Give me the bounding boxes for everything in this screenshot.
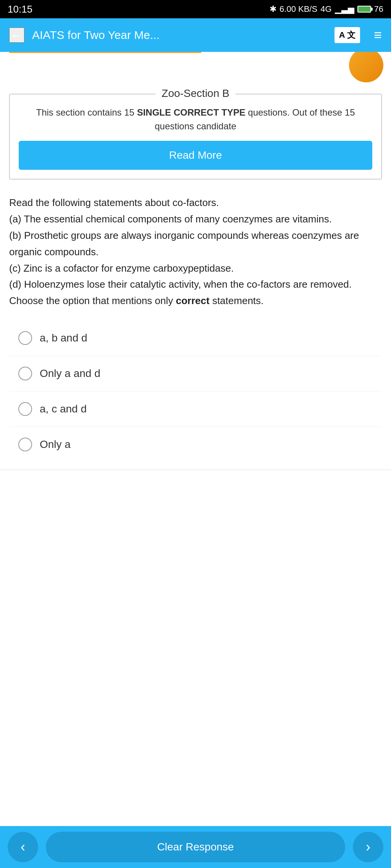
radio-option-b[interactable]: [18, 367, 32, 380]
status-time: 10:15: [8, 3, 32, 15]
bluetooth-icon: ✱: [270, 4, 276, 14]
option-item[interactable]: Only a: [9, 427, 382, 462]
section-description: This section contains 15 SINGLE CORRECT …: [19, 106, 372, 133]
option-item[interactable]: a, c and d: [9, 391, 382, 427]
section-box: Zoo-Section B This section contains 15 S…: [9, 94, 382, 179]
radio-option-d[interactable]: [18, 438, 32, 451]
battery-level: 76: [374, 4, 383, 14]
translate-button[interactable]: A 文: [334, 27, 360, 43]
logo-circle: [349, 52, 383, 82]
option-c-label: a, c and d: [40, 403, 87, 415]
back-button[interactable]: ←: [9, 27, 24, 43]
option-item[interactable]: a, b and d: [9, 320, 382, 356]
bottom-nav: ‹ Clear Response ›: [0, 826, 391, 868]
option-b-label: Only a and d: [40, 367, 100, 380]
section-title: Zoo-Section B: [162, 87, 229, 99]
question-area: Read the following statements about co-f…: [0, 187, 391, 470]
signal-icon: ▁▃▅: [335, 4, 354, 14]
radio-option-a[interactable]: [18, 331, 32, 345]
app-header: ← AIATS for Two Year Me... A 文 ≡: [0, 18, 391, 52]
menu-button[interactable]: ≡: [374, 27, 382, 43]
read-more-button[interactable]: Read More: [19, 141, 372, 170]
question-text: Read the following statements about co-f…: [9, 195, 382, 309]
next-button[interactable]: ›: [353, 832, 383, 862]
top-image-area: [0, 52, 391, 82]
header-title: AIATS for Two Year Me...: [32, 29, 327, 42]
radio-option-c[interactable]: [18, 402, 32, 416]
clear-response-button[interactable]: Clear Response: [46, 832, 345, 862]
section-title-wrapper: Zoo-Section B: [155, 87, 235, 100]
network-speed: 6.00 KB/S: [280, 4, 317, 14]
option-d-label: Only a: [40, 438, 71, 451]
option-item[interactable]: Only a and d: [9, 356, 382, 391]
network-type: 4G: [320, 4, 331, 14]
prev-button[interactable]: ‹: [8, 832, 38, 862]
status-right: ✱ 6.00 KB/S 4G ▁▃▅ 76: [270, 4, 383, 14]
option-a-label: a, b and d: [40, 332, 87, 344]
battery-icon: [357, 6, 371, 13]
options-list: a, b and d Only a and d a, c and d Only …: [9, 320, 382, 462]
status-bar: 10:15 ✱ 6.00 KB/S 4G ▁▃▅ 76: [0, 0, 391, 18]
